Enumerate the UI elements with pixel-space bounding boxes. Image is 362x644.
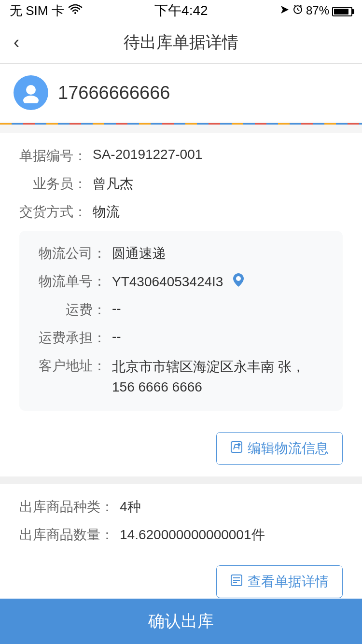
salesman-row: 业务员： 曾凡杰 (19, 175, 343, 193)
address-row: 客户地址： 北京市市辖区海淀区永丰南 张，156 6666 6666 (39, 357, 323, 397)
freight-bearer-row: 运费承担： -- (39, 329, 323, 347)
freight-row: 运费： -- (39, 301, 323, 319)
freight-label: 运费： (39, 301, 106, 319)
svg-line-3 (298, 10, 299, 11)
alarm-icon (292, 4, 303, 17)
status-right: 87% (280, 4, 352, 17)
svg-point-7 (23, 96, 39, 103)
tracking-number: YT43064053424I3 (112, 274, 223, 290)
view-detail-button[interactable]: 查看单据详情 (216, 565, 343, 598)
svg-line-5 (300, 5, 302, 6)
delivery-label: 交货方式： (19, 203, 87, 221)
goods-types-label: 出库商品种类： (19, 498, 114, 516)
goods-section: 出库商品种类： 4种 出库商品数量： 14.620000000000001件 (0, 484, 362, 558)
salesman-label: 业务员： (19, 175, 87, 193)
goods-quantity-label: 出库商品数量： (19, 526, 114, 544)
customer-section: 17666666666 (0, 64, 362, 122)
dashed-divider (0, 122, 362, 126)
freight-value: -- (112, 301, 323, 316)
avatar (14, 75, 48, 110)
goods-types-row: 出库商品种类： 4种 (19, 498, 343, 516)
location-service-icon (280, 4, 290, 17)
logistics-company-value: 圆通速递 (112, 244, 323, 263)
edit-icon (230, 441, 243, 457)
main-content: 17666666666 单据编号： SA-20191227-001 业务员： 曾… (0, 64, 362, 644)
delivery-value: 物流 (93, 203, 343, 221)
logistics-card: 物流公司： 圆通速递 物流单号： YT43064053424I3 运费： (19, 231, 343, 411)
confirm-section: 确认出库 (0, 599, 362, 644)
tracking-row: 物流单号： YT43064053424I3 (39, 272, 323, 291)
svg-point-6 (26, 85, 36, 95)
battery-icon (332, 4, 352, 17)
edit-logistics-label: 编辑物流信息 (248, 439, 329, 458)
carrier-text: 无 SIM 卡 (10, 2, 64, 19)
edit-logistics-button[interactable]: 编辑物流信息 (216, 432, 343, 465)
wifi-icon (68, 3, 83, 18)
location-pin-icon[interactable] (231, 272, 246, 291)
goods-types-value: 4种 (120, 498, 141, 516)
section-divider (0, 476, 362, 484)
delivery-row: 交货方式： 物流 (19, 203, 343, 221)
status-left: 无 SIM 卡 (10, 2, 83, 19)
svg-line-4 (294, 5, 295, 6)
freight-bearer-label: 运费承担： (39, 329, 106, 347)
goods-quantity-row: 出库商品数量： 14.620000000000001件 (19, 526, 343, 544)
address-value: 北京市市辖区海淀区永丰南 张，156 6666 6666 (112, 357, 323, 397)
status-time: 下午4:42 (154, 1, 208, 20)
order-no-value: SA-20191227-001 (93, 147, 343, 162)
freight-bearer-value: -- (112, 329, 323, 344)
tracking-label: 物流单号： (39, 272, 106, 291)
nav-bar: ‹ 待出库单据详情 (0, 21, 362, 64)
battery-percentage: 87% (306, 4, 329, 17)
address-label: 客户地址： (39, 357, 106, 375)
tracking-value: YT43064053424I3 (112, 272, 323, 291)
svg-marker-0 (281, 6, 289, 14)
order-no-label: 单据编号： (19, 147, 87, 165)
customer-phone: 17666666666 (58, 83, 170, 103)
back-button[interactable]: ‹ (14, 32, 19, 53)
confirm-button[interactable]: 确认出库 (19, 610, 343, 632)
salesman-value: 曾凡杰 (93, 175, 343, 193)
svg-point-8 (236, 276, 241, 281)
view-detail-label: 查看单据详情 (248, 573, 329, 591)
order-no-row: 单据编号： SA-20191227-001 (19, 147, 343, 165)
logistics-company-row: 物流公司： 圆通速递 (39, 244, 323, 263)
order-info-section: 单据编号： SA-20191227-001 业务员： 曾凡杰 交货方式： 物流 … (0, 133, 362, 424)
logistics-company-label: 物流公司： (39, 244, 106, 263)
page-title: 待出库单据详情 (124, 31, 238, 54)
svg-rect-9 (231, 442, 242, 452)
goods-quantity-value: 14.620000000000001件 (120, 526, 265, 544)
status-bar: 无 SIM 卡 下午4:42 87% (0, 0, 362, 21)
edit-logistics-section: 编辑物流信息 (0, 424, 362, 476)
document-icon (230, 574, 243, 590)
